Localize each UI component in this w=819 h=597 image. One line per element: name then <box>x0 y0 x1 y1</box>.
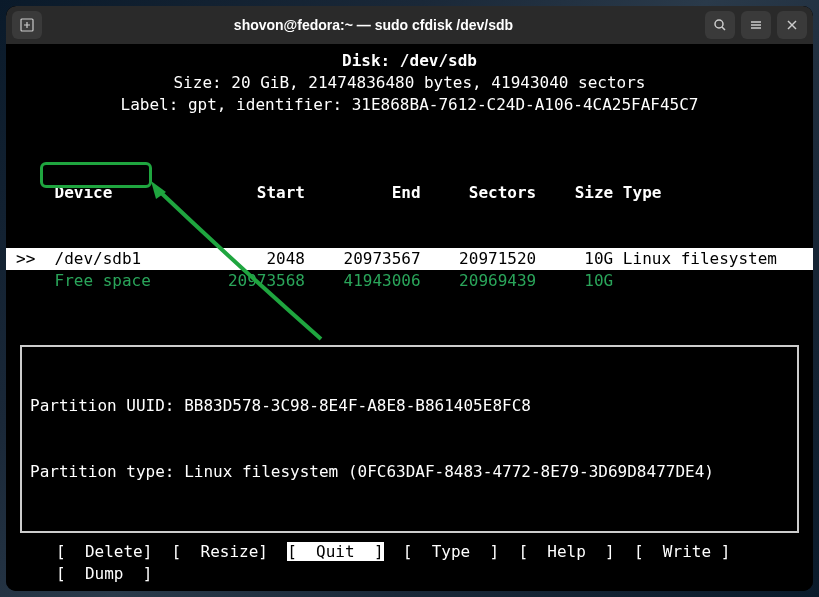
menu-button[interactable] <box>741 11 771 39</box>
menu-help[interactable]: [ Help ] <box>518 542 614 561</box>
partition-info-box: Partition UUID: BB83D578-3C98-8E4F-A8E8-… <box>20 345 799 533</box>
titlebar: shovon@fedora:~ — sudo cfdisk /dev/sdb <box>6 6 813 44</box>
menu-type[interactable]: [ Type ] <box>403 542 499 561</box>
partition-type: Partition type: Linux filesystem (0FC63D… <box>30 461 789 483</box>
terminal-content[interactable]: Disk: /dev/sdb Size: 20 GiB, 21474836480… <box>6 44 813 591</box>
search-button[interactable] <box>705 11 735 39</box>
action-menu: [ Delete] [ Resize] [ Quit ] [ Type ] [ … <box>6 541 813 585</box>
disk-header: Disk: /dev/sdb <box>6 50 813 72</box>
new-tab-button[interactable] <box>12 11 42 39</box>
svg-point-3 <box>715 20 723 28</box>
svg-line-4 <box>722 27 725 30</box>
menu-write[interactable]: [ Write ] <box>634 542 730 561</box>
menu-resize[interactable]: [ Resize] <box>172 542 268 561</box>
table-row-freespace[interactable]: Free space 20973568 41943006 20969439 10… <box>6 270 813 292</box>
partition-uuid: Partition UUID: BB83D578-3C98-8E4F-A8E8-… <box>30 395 789 417</box>
window-title: shovon@fedora:~ — sudo cfdisk /dev/sdb <box>42 17 705 33</box>
table-header: Device Start End Sectors Size Type <box>6 182 813 204</box>
menu-quit[interactable]: [ Quit ] <box>287 542 383 561</box>
disk-size: Size: 20 GiB, 21474836480 bytes, 4194304… <box>6 72 813 94</box>
menu-delete[interactable]: [ Delete] <box>56 542 152 561</box>
table-row[interactable]: >> /dev/sdb1 2048 20973567 20971520 10G … <box>6 248 813 270</box>
partition-table: Device Start End Sectors Size Type >> /d… <box>6 138 813 336</box>
menu-dump[interactable]: [ Dump ] <box>56 564 152 583</box>
terminal-window: shovon@fedora:~ — sudo cfdisk /dev/sdb <box>6 6 813 591</box>
disk-label: Label: gpt, identifier: 31E868BA-7612-C2… <box>6 94 813 116</box>
close-button[interactable] <box>777 11 807 39</box>
